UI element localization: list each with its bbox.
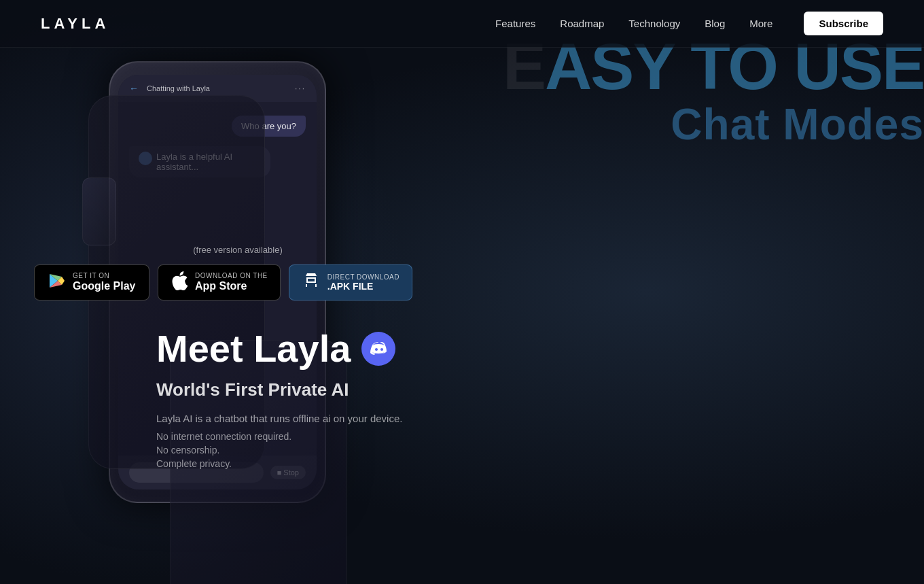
download-buttons-group: GET IT ON Google Play Download on the Ap… bbox=[34, 264, 924, 300]
google-play-main: Google Play bbox=[73, 279, 135, 292]
back-arrow-icon: ← bbox=[129, 83, 139, 94]
camera-bump bbox=[82, 177, 116, 245]
hero-features: No internet connection required. No cens… bbox=[156, 431, 924, 469]
svg-point-0 bbox=[308, 274, 309, 275]
apk-text: DIRECT DOWNLOAD .APK FILE bbox=[327, 273, 399, 292]
apk-download-button[interactable]: DIRECT DOWNLOAD .APK FILE bbox=[289, 264, 412, 300]
svg-point-1 bbox=[313, 274, 315, 275]
hero-subtitle: World's First Private AI bbox=[156, 379, 924, 400]
hero-content: (free version available) GET IT ON Googl… bbox=[156, 245, 924, 472]
android-icon bbox=[302, 271, 321, 294]
brand-logo: LAYLA bbox=[41, 15, 109, 33]
nav-link-technology[interactable]: Technology bbox=[628, 18, 680, 29]
hero-description: Layla AI is a chatbot that runs offline … bbox=[156, 413, 482, 424]
phone-chat-label: Chatting with Layla bbox=[147, 84, 210, 92]
google-play-button[interactable]: GET IT ON Google Play bbox=[34, 264, 149, 300]
nav-links: Features Roadmap Technology Blog More Su… bbox=[495, 12, 883, 35]
app-store-button[interactable]: Download on the App Store bbox=[158, 264, 281, 300]
more-options-icon: ··· bbox=[295, 84, 306, 93]
nav-link-roadmap[interactable]: Roadmap bbox=[560, 18, 604, 29]
apple-icon bbox=[171, 271, 188, 294]
nav-link-features[interactable]: Features bbox=[495, 18, 535, 29]
google-play-text: GET IT ON Google Play bbox=[73, 272, 135, 292]
nav-link-blog[interactable]: Blog bbox=[705, 18, 725, 29]
apk-sub: DIRECT DOWNLOAD bbox=[327, 273, 399, 281]
nav-link-more[interactable]: More bbox=[749, 18, 772, 29]
discord-icon bbox=[361, 332, 395, 366]
hero-feature-1: No internet connection required. bbox=[156, 431, 924, 442]
app-store-sub: Download on the bbox=[195, 272, 268, 279]
hero-feature-3: Complete privacy. bbox=[156, 458, 924, 469]
free-version-label: (free version available) bbox=[34, 245, 442, 255]
google-play-icon bbox=[47, 271, 66, 294]
hero-title-text: Meet Layla bbox=[156, 328, 351, 370]
app-store-main: App Store bbox=[195, 279, 268, 292]
app-store-text: Download on the App Store bbox=[195, 272, 268, 292]
google-play-sub: GET IT ON bbox=[73, 272, 135, 279]
apk-main: .APK FILE bbox=[327, 281, 399, 292]
navbar: LAYLA Features Roadmap Technology Blog M… bbox=[0, 0, 924, 48]
subscribe-button[interactable]: Subscribe bbox=[804, 12, 883, 35]
hero-feature-2: No censorship. bbox=[156, 445, 924, 456]
main-content: ← Chatting with Layla ··· Who are you? L… bbox=[0, 48, 924, 584]
hero-title: Meet Layla bbox=[156, 328, 924, 370]
